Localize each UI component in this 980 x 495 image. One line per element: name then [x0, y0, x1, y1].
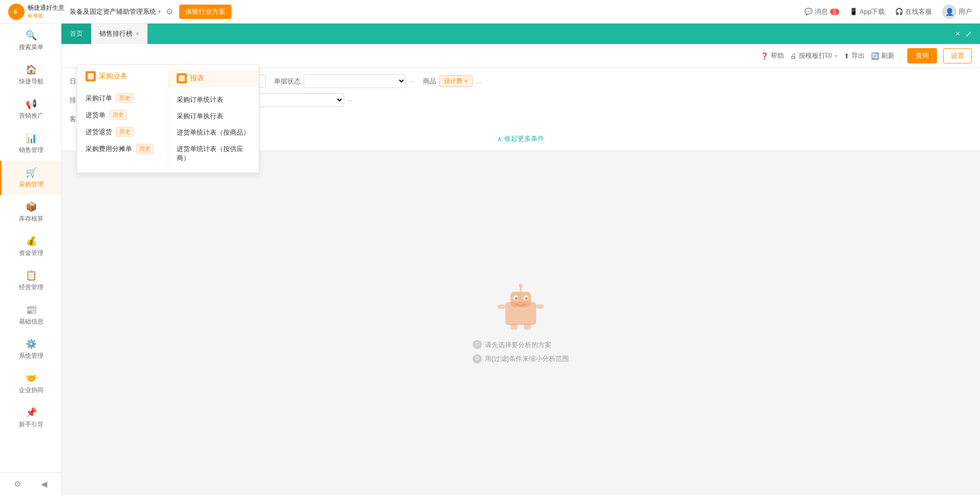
- history-badge-0: 历史: [116, 93, 134, 103]
- report-header: 报表: [168, 69, 259, 88]
- user-btn[interactable]: 👤 用户: [942, 5, 972, 19]
- stock-stat-supplier-item[interactable]: 进货单统计表（按供应商）: [177, 141, 251, 166]
- salesperson-ellipsis[interactable]: ···: [347, 96, 353, 104]
- message-btn[interactable]: 💬 消息 5: [804, 7, 839, 16]
- cart-icon: 🛒: [26, 167, 37, 178]
- main-area: 首页 销售排行榜 × × ⤢ ❓ 帮助 🖨 按模板打印: [61, 24, 980, 495]
- history-badge-3: 历史: [136, 144, 154, 154]
- bottom-settings-icon[interactable]: ⚙: [14, 479, 21, 489]
- system-title[interactable]: 装备及固定资产辅助管理系统 ▾: [70, 7, 161, 16]
- purchase-expense-item[interactable]: 采购费用分摊单 历史: [86, 140, 160, 157]
- stock-in-label: 进货单: [86, 111, 105, 120]
- doc-status-label: 单据状态: [274, 77, 301, 86]
- tab-bar: 首页 销售排行榜 × × ⤢: [61, 24, 980, 44]
- clipboard-icon: 📋: [26, 270, 37, 281]
- sidebar-item-enterprise[interactable]: 🤝 企业协同: [0, 367, 61, 401]
- doc-status-select[interactable]: [304, 74, 406, 88]
- top-header: 6 畅捷通好生意 标准版 装备及固定资产辅助管理系统 ▾ ⚙ 体验行业方案 💬 …: [0, 0, 980, 24]
- online-service-btn[interactable]: 🎧 在线客服: [895, 7, 932, 16]
- help-btn[interactable]: ❓ 帮助: [760, 51, 784, 60]
- goods-tag-text: 设计费: [444, 77, 462, 85]
- chevron-down-icon: ▾: [158, 9, 161, 14]
- step1-num: ①: [473, 340, 482, 349]
- goods-label: 商品: [423, 77, 436, 86]
- purchase-order-exec-item[interactable]: 采购订单执行表: [177, 108, 251, 124]
- app-download-btn[interactable]: 📱 App下载: [849, 7, 885, 16]
- purchase-expense-label: 采购费用分摊单: [86, 144, 132, 154]
- sidebar-item-label: 新手引导: [19, 420, 44, 429]
- doc-status-ellipsis[interactable]: ···: [409, 77, 415, 85]
- sidebar-item-operation[interactable]: 📋 经营管理: [0, 264, 61, 298]
- stock-in-item[interactable]: 进货单 历史: [86, 106, 160, 123]
- window-close-icon[interactable]: ×: [955, 29, 960, 38]
- empty-state: ① 请先选择要分析的方案 ② 用[过滤]条件来缩小分析范围: [61, 151, 980, 495]
- sidebar-item-label: 营销推广: [19, 112, 44, 120]
- sidebar-item-label: 基础信息: [19, 317, 44, 326]
- svg-rect-13: [524, 324, 531, 330]
- purchase-order-stat-label: 采购订单统计表: [177, 95, 223, 104]
- export-btn[interactable]: ⬆ 导出: [844, 51, 865, 60]
- sidebar-item-quick[interactable]: 🏠 快捷导航: [0, 58, 61, 92]
- header-right: 💬 消息 5 📱 App下载 🎧 在线客服 👤 用户: [804, 5, 972, 19]
- pin-icon: 📌: [26, 407, 37, 418]
- stock-stat-goods-label: 进货单统计表（按商品）: [177, 128, 250, 137]
- goods-filter: 商品 设计费 × ...: [423, 75, 481, 87]
- message-badge: 5: [830, 9, 839, 15]
- empty-step2: ② 用[过滤]条件来缩小分析范围: [473, 353, 568, 364]
- logo-text: 畅捷通好生意 标准版: [28, 4, 65, 19]
- dropdown-cols: 采购业务 采购订单 历史 进货单 历史 进货退货 历史: [77, 71, 259, 166]
- tab-close-icon[interactable]: ×: [136, 30, 139, 37]
- purchase-order-item[interactable]: 采购订单 历史: [86, 90, 160, 106]
- sidebar-item-system[interactable]: ⚙️ 系统管理: [0, 332, 61, 367]
- empty-illustration: [495, 282, 546, 333]
- sidebar-item-label: 企业协同: [19, 386, 44, 395]
- history-badge-2: 历史: [116, 127, 134, 137]
- refresh-btn[interactable]: 🔄 刷新: [871, 51, 894, 60]
- sidebar-item-marketing[interactable]: 📢 营销推广: [0, 92, 61, 126]
- box-icon: 📦: [26, 201, 37, 212]
- home-icon: 🏠: [26, 64, 37, 75]
- stock-return-item[interactable]: 进货退货 历史: [86, 123, 160, 140]
- goods-ellipsis[interactable]: ...: [476, 77, 481, 85]
- purchase-header: 采购业务: [86, 71, 160, 85]
- query-button[interactable]: 查询: [907, 48, 937, 63]
- sidebar-item-sales[interactable]: 📊 销售管理: [0, 126, 61, 161]
- gear-icon[interactable]: ⚙: [166, 7, 173, 16]
- sidebar-item-inventory[interactable]: 📦 库存核算: [0, 195, 61, 229]
- sidebar-item-label: 经营管理: [19, 283, 44, 292]
- message-icon: 💬: [804, 8, 813, 15]
- svg-rect-12: [510, 324, 518, 330]
- step2-num: ②: [473, 354, 482, 363]
- money-icon: 💰: [26, 235, 37, 247]
- logo-area: 6 畅捷通好生意 标准版: [8, 4, 70, 20]
- print-icon: 🖨: [790, 52, 797, 60]
- search-icon: 🔍: [26, 30, 37, 41]
- purchase-order-stat-item[interactable]: 采购订单统计表: [177, 92, 251, 108]
- history-badge-1: 历史: [110, 110, 127, 120]
- tab-sales-rank[interactable]: 销售排行榜 ×: [91, 24, 147, 44]
- sidebar-item-guide[interactable]: 📌 新手引导: [0, 401, 61, 435]
- svg-rect-11: [536, 305, 544, 309]
- purchase-order-exec-label: 采购订单执行表: [177, 112, 223, 121]
- sidebar-item-search[interactable]: 🔍 搜索菜单: [0, 24, 61, 58]
- sidebar-item-label: 搜索菜单: [19, 43, 44, 52]
- sidebar-item-label: 采购管理: [19, 180, 44, 189]
- sidebar-item-finance[interactable]: 💰 资金管理: [0, 229, 61, 264]
- print-btn[interactable]: 🖨 按模板打印 ▾: [790, 51, 838, 60]
- sidebar-collapse-icon[interactable]: ◀: [41, 479, 47, 489]
- tab-home[interactable]: 首页: [61, 24, 91, 44]
- newspaper-icon: 📰: [26, 304, 37, 315]
- goods-tag-close[interactable]: ×: [464, 78, 468, 85]
- main-layout: 🔍 搜索菜单 🏠 快捷导航 📢 营销推广 📊 销售管理 🛒 采购管理 📦 库存核…: [0, 24, 980, 495]
- purchase-order-label: 采购订单: [86, 94, 112, 103]
- industry-btn[interactable]: 体验行业方案: [179, 5, 231, 19]
- purchase-title: 采购业务: [99, 72, 127, 81]
- window-maximize-icon[interactable]: ⤢: [965, 29, 972, 39]
- setting-button[interactable]: 设置: [943, 48, 972, 63]
- stock-stat-goods-item[interactable]: 进货单统计表（按商品）: [177, 124, 251, 141]
- sidebar-item-basic[interactable]: 📰 基础信息: [0, 298, 61, 332]
- purchase-header-icon: [86, 71, 96, 81]
- sidebar-item-purchase[interactable]: 🛒 采购管理: [0, 161, 61, 195]
- doc-status-filter: 单据状态 ···: [274, 74, 415, 88]
- svg-rect-10: [498, 305, 505, 309]
